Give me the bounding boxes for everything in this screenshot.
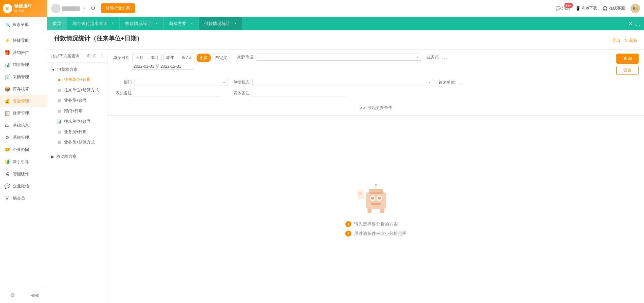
related-unit-dots[interactable]: ... [458, 80, 464, 86]
body-note-input[interactable] [252, 90, 347, 96]
topbar-user[interactable]: ▓▓▓▓▓▓ [51, 4, 80, 13]
settings-footer-btn[interactable]: ⚙ [3, 290, 22, 300]
sidebar-header: 6 畅捷通巧 标准版 [0, 0, 47, 17]
dept-label: 部门 [113, 80, 132, 85]
sidebar-item-label: 采购管理 [13, 74, 29, 80]
scheme-group-mobile-header[interactable]: ▶ 移动端方案 [47, 152, 108, 161]
refresh-label: 刷新 [629, 38, 637, 43]
scheme-item-icon: ▦ [57, 129, 62, 135]
scheme-item-icon: ▦ [57, 109, 62, 114]
export-btn[interactable]: ↑ 导出 [609, 38, 620, 43]
marketing-icon: 🎁 [4, 50, 10, 56]
sidebar-item-vip[interactable]: V 畅会员 [0, 192, 47, 204]
scheme-item-icon: ▦ [57, 98, 62, 103]
date-this-month-btn[interactable]: 本月 [148, 54, 162, 62]
sidebar-item-finance[interactable]: 💰 资金管理 [0, 95, 47, 107]
scheme-item-employee-settle[interactable]: ▦ 业务员+结算方式 [47, 137, 108, 148]
tab-cash-flow[interactable]: 现金银行流水查询 × [67, 17, 120, 30]
related-unit-filter: 往来单位 ... [439, 80, 639, 86]
query-btn[interactable]: 查询 [616, 54, 639, 64]
sidebar-item-sales[interactable]: 📊 销售管理 [0, 59, 47, 71]
scheme-item-icon: ▦ [57, 140, 62, 145]
collapse-sidebar-btn[interactable]: ◀◀ [25, 290, 45, 300]
sidebar-item-ops[interactable]: 📋 经营管理 [0, 107, 47, 119]
maximize-btn[interactable]: ⛶ [635, 21, 641, 27]
tab-receipt-stats-close[interactable]: × [155, 21, 158, 26]
sidebar-item-quick-nav[interactable]: ⚡ 快捷导航 [0, 34, 47, 47]
purchase-icon: 🛒 [4, 74, 10, 80]
online-service-btn[interactable]: 🎧 在线客服 [603, 5, 625, 11]
add-scheme-btn[interactable]: ⊕ [87, 53, 91, 59]
tab-cash-flow-close[interactable]: × [112, 21, 114, 26]
sidebar-item-purchase[interactable]: 🛒 采购管理 [0, 71, 47, 83]
sidebar-search-section: 🔍 搜索菜单 [0, 17, 47, 33]
sidebar-item-marketing[interactable]: 🎁 营销推广 [0, 47, 47, 59]
refresh-icon: ↻ [624, 38, 628, 43]
employee-dots[interactable]: ... [441, 54, 448, 60]
date-range-input[interactable] [132, 63, 193, 70]
scheme-item-unit-date[interactable]: ● 往来单位+日期 [47, 74, 108, 85]
user-avatar[interactable]: Rit [631, 4, 640, 13]
topbar-gear-btn[interactable]: ⚙ [88, 4, 98, 13]
tab-payment-stats[interactable]: 付款情况统计 × [199, 17, 242, 30]
logo-text-container: 畅捷通巧 标准版 [14, 3, 32, 13]
sidebar-item-guide[interactable]: 🔰 新手引导 [0, 156, 47, 168]
sidebar-item-hardware[interactable]: 🖨 智能硬件 [0, 168, 47, 180]
collapse-more-btn[interactable]: ∧∧ 收起更多条件 [360, 102, 392, 113]
date-7days-btn[interactable]: 近7天 [179, 54, 195, 62]
basic-icon: 🗂 [4, 122, 10, 128]
scheme-panel-title: 按以下方案查询 [51, 53, 80, 59]
scheme-item-unit-account[interactable]: 📊 往来单位+账号 [47, 116, 108, 127]
doc-status-select[interactable]: ▾ [252, 79, 433, 86]
employee-filter: 业务员 ... [427, 54, 611, 61]
date-more-btn[interactable]: 更多 [197, 54, 211, 62]
scheme-item-employee-date[interactable]: ▦ 业务员+日期 [47, 127, 108, 137]
collapse-scheme-btn[interactable]: 《 [99, 53, 104, 59]
date-this-year-btn[interactable]: 本年 [163, 54, 177, 62]
sidebar-item-label: 系统管理 [13, 135, 29, 141]
sidebar-item-inventory[interactable]: 📦 库存核算 [0, 83, 47, 95]
app-download-btn[interactable]: 📱 App下载 [576, 5, 597, 11]
tab-receipt-stats[interactable]: 收款情况统计 × [120, 17, 164, 30]
tab-payment-stats-close[interactable]: × [234, 21, 237, 26]
source-select[interactable]: ▾ [256, 54, 421, 61]
refresh-btn[interactable]: ↻ 刷新 [624, 38, 637, 43]
trial-btn[interactable]: 体验行业方案 [101, 3, 135, 13]
topbar-username: ▓▓▓▓▓▓ [62, 6, 80, 11]
sidebar-item-corp[interactable]: 🤝 企业协同 [0, 144, 47, 156]
scheme-item-employee-account[interactable]: ▦ 业务员+账号 [47, 95, 108, 106]
dept-select[interactable]: ▾ [135, 79, 228, 86]
scheme-item-dept-date[interactable]: ▦ 部门+日期 [47, 106, 108, 116]
filter-settings-btn[interactable]: 设置 [616, 66, 639, 75]
service-icon: 🎧 [603, 6, 608, 11]
svg-point-4 [371, 197, 374, 200]
sidebar-item-wechat[interactable]: 💬 企业微信 [0, 180, 47, 192]
search-menu-item[interactable]: 🔍 搜索菜单 [3, 20, 44, 30]
date-custom-btn[interactable]: 自定义 [212, 54, 230, 62]
tab-new-scheme-close[interactable]: × [191, 21, 193, 26]
topbar-dropdown-arrow[interactable]: ▾ [83, 6, 85, 10]
scheme-item-unit-settle[interactable]: ▦ 往来单位+结算方式 [47, 85, 108, 95]
scheme-item-active-icon: ● [57, 77, 62, 83]
sidebar-item-system[interactable]: ⚙ 系统管理 [0, 131, 47, 144]
header-note-input[interactable] [135, 90, 219, 96]
tab-home[interactable]: 首页 [47, 17, 67, 30]
tab-receipt-stats-label: 收款情况统计 [125, 21, 151, 27]
sidebar-item-label: 营销推广 [13, 50, 29, 56]
tab-new-scheme[interactable]: 新建方案 × [164, 17, 199, 30]
date-value-display [132, 63, 230, 70]
sidebar-item-basic[interactable]: 🗂 基础信息 [0, 119, 47, 131]
date-buttons-row: 上月 本月 本年 近7天 更多 自定义 [132, 54, 230, 62]
sidebar-footer: ⚙ ◀◀ [0, 287, 47, 303]
settings-scheme-btn[interactable]: ⊙ [93, 53, 97, 59]
messages-btn[interactable]: 💬 消息 99+ [556, 5, 570, 11]
empty-tip-1: 1 请先选择要分析的方案 [345, 221, 407, 227]
page-header: 付款情况统计（往来单位+日期） ↑ 导出 ↻ 刷新 [47, 30, 644, 50]
date-last-month-btn[interactable]: 上月 [132, 54, 146, 62]
svg-point-5 [378, 197, 381, 200]
svg-rect-6 [371, 203, 381, 205]
ops-icon: 📋 [4, 110, 10, 116]
scheme-group-desktop-header[interactable]: ▼ 电脑端方案 [47, 65, 108, 74]
main-content: 单据日期 上月 本月 本年 近7天 更多 自定义 [108, 50, 644, 303]
close-all-tabs-btn[interactable]: ✕ [628, 21, 633, 27]
